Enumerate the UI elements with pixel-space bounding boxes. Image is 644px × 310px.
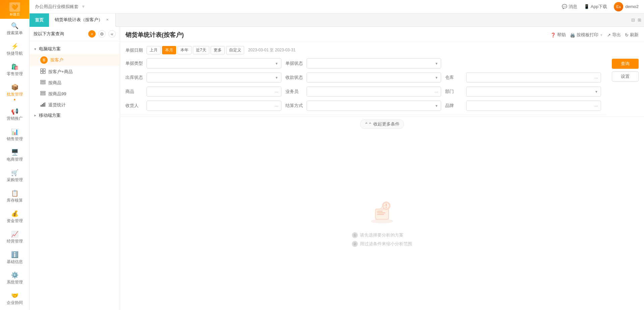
sidebar-item-purchase[interactable]: 🛒 采购管理 — [0, 166, 29, 186]
settings-button[interactable]: 设置 — [612, 71, 639, 82]
sidebar-item-label: 零售管理 — [7, 71, 23, 77]
tree-item-by-product-99[interactable]: 按商品99 — [30, 88, 120, 99]
more-btn[interactable]: 更多 — [211, 46, 225, 54]
warehouse-field: 仓库 ··· — [445, 72, 601, 83]
query-button[interactable]: 查询 — [612, 59, 639, 69]
product-99-icon — [40, 91, 46, 97]
collapse-bar: ⌃⌃ 收起更多条件 — [120, 116, 644, 132]
sidebar-item-ecommerce[interactable]: 🖥️ 电商管理 — [0, 145, 29, 166]
this-year-btn[interactable]: 本年 — [177, 46, 192, 54]
sidebar-item-sales[interactable]: 📊 销售管理 — [0, 125, 29, 145]
tree-arrow-icon: ▼ — [34, 47, 37, 51]
tree-item-by-product[interactable]: 按商品 — [30, 77, 120, 88]
tab-minimize-icon[interactable]: ⊟ — [631, 17, 635, 22]
empty-tip-1: ① 请先选择要分析的方案 — [352, 232, 412, 238]
sidebar-item-retail[interactable]: 🛍️ 零售管理 — [0, 60, 29, 80]
outbound-status-input[interactable]: ▼ — [147, 72, 281, 83]
app-download-button[interactable]: 📱 App下载 — [584, 4, 607, 10]
tab-maximize-icon[interactable]: ⊞ — [638, 17, 641, 22]
sidebar-item-system[interactable]: ⚙️ 系统管理 — [0, 268, 29, 289]
empty-state: ① 请先选择要分析的方案 ② 用过滤条件来缩小分析范围 — [120, 132, 644, 310]
basic-info-icon: ℹ️ — [11, 251, 18, 258]
outbound-chevron-icon: ▼ — [275, 76, 278, 80]
department-input[interactable]: ▼ — [466, 87, 601, 97]
app-name: 标题页 — [10, 12, 20, 16]
message-button[interactable]: 💬 消息 — [562, 4, 577, 10]
doc-type-field: 单据类型 ▼ — [125, 58, 281, 68]
sidebar-item-wholesale[interactable]: 📦 批发管理 ▲ — [0, 80, 29, 104]
avatar-initials: Ea — [616, 5, 621, 9]
sales-icon: 📊 — [11, 128, 18, 136]
last-month-btn[interactable]: 上月 — [147, 46, 161, 54]
sidebar-item-basic-info[interactable]: ℹ️ 基础信息 — [0, 248, 29, 268]
doc-type-input[interactable]: ▼ — [147, 58, 281, 68]
avatar: Ea — [614, 2, 623, 11]
tab-close-icon[interactable]: ✕ — [105, 17, 110, 22]
warehouse-dots-icon: ··· — [594, 75, 598, 80]
breadcrumb-text: 办公用品行业模拟账套 — [35, 4, 78, 10]
brand-input[interactable]: ··· — [466, 101, 601, 111]
empty-tip-2: ② 用过滤条件来缩小分析范围 — [352, 241, 412, 247]
sidebar: 🧡 标题页 🔍 搜索菜单 ⚡ 快捷导航 🛍️ 零售管理 📦 批发管理 ▲ 📢 营… — [0, 0, 30, 310]
collapse-panel-button[interactable]: « — [108, 30, 116, 38]
sidebar-item-marketing[interactable]: 📢 营销推广 — [0, 104, 29, 125]
tree-item-by-customer[interactable]: 客 按客户 — [30, 54, 120, 66]
sidebar-item-inventory[interactable]: 📋 库存核算 — [0, 186, 29, 207]
sidebar-item-enterprise[interactable]: 🤝 企业协同 — [0, 289, 29, 309]
tree-item-by-product-label: 按商品 — [48, 80, 61, 86]
last-7days-btn[interactable]: 近7天 — [193, 46, 209, 54]
tree-item-by-customer-product[interactable]: 按客户+商品 — [30, 66, 120, 77]
svg-rect-3 — [43, 71, 45, 73]
left-panel: 按以下方案查询 + ⚙ « ▼ 电脑端方案 客 按客户 — [30, 27, 120, 310]
customer-icon-circle: 客 — [40, 56, 48, 64]
print-button[interactable]: 🖨️ 按模板打印 ▼ — [570, 32, 603, 38]
settlement-label: 结算方式 — [285, 103, 304, 109]
customer-product-icon — [40, 68, 46, 75]
salesperson-input[interactable]: ··· — [307, 87, 441, 97]
sidebar-item-search[interactable]: 🔍 搜索菜单 — [0, 19, 29, 39]
filter-row-3: 出库状态 ▼ 收款状态 ▼ — [125, 72, 601, 83]
product-input[interactable]: ··· — [147, 87, 281, 97]
outbound-status-label: 出库状态 — [125, 74, 144, 81]
collapse-more-button[interactable]: ⌃⌃ 收起更多条件 — [360, 119, 404, 129]
settlement-field: 结算方式 ▼ — [285, 101, 441, 111]
export-button[interactable]: ↗ 导出 — [607, 32, 621, 38]
help-button[interactable]: ❓ 帮助 — [550, 32, 566, 38]
search-menu-icon: 🔍 — [11, 22, 18, 30]
doc-status-input[interactable]: ▼ — [307, 58, 441, 68]
sidebar-item-operations[interactable]: 📈 经营管理 — [0, 227, 29, 248]
svg-rect-13 — [45, 102, 45, 107]
sidebar-item-quick-nav[interactable]: ⚡ 快捷导航 — [0, 39, 29, 60]
tree-item-by-customer-product-label: 按客户+商品 — [48, 69, 73, 75]
tab-sales-stat[interactable]: 销货单统计表（按客户） ✕ — [49, 13, 116, 27]
tree-section-mobile-header[interactable]: ▼ 移动端方案 — [30, 110, 120, 120]
refresh-button[interactable]: ↻ 刷新 — [625, 32, 639, 38]
settings-scheme-button[interactable]: ⚙ — [98, 30, 106, 38]
custom-btn[interactable]: 自定义 — [226, 46, 244, 54]
receiver-input[interactable]: ··· — [147, 101, 281, 111]
sidebar-item-finance[interactable]: 💰 资金管理 — [0, 207, 29, 227]
this-month-btn[interactable]: 本月 — [162, 46, 176, 54]
add-scheme-button[interactable]: + — [88, 30, 96, 38]
tab-home[interactable]: 首页 — [30, 13, 49, 27]
collection-status-input[interactable]: ▼ — [307, 72, 441, 83]
svg-rect-8 — [41, 93, 45, 94]
tab-home-label: 首页 — [35, 17, 44, 23]
tip-num-1: ① — [352, 232, 358, 238]
brand-label: 品牌 — [445, 103, 464, 109]
quick-nav-icon: ⚡ — [11, 43, 18, 50]
tip-num-2: ② — [352, 241, 358, 247]
tree-item-return-stat[interactable]: 退货统计 — [30, 99, 120, 110]
warehouse-input[interactable]: ··· — [466, 72, 601, 83]
app-download-label: App下载 — [591, 4, 607, 10]
settlement-input[interactable]: ▼ — [307, 101, 441, 111]
sidebar-item-label: 库存核算 — [7, 198, 23, 203]
help-icon: ❓ — [550, 33, 556, 38]
svg-rect-19 — [377, 214, 384, 215]
tree-section-pc-header[interactable]: ▼ 电脑端方案 — [30, 44, 120, 54]
logo-icon: 🧡 — [9, 2, 20, 12]
product-label: 商品 — [125, 89, 144, 95]
sidebar-item-label: 批发管理 — [7, 92, 23, 97]
user-profile[interactable]: Ea demo2 — [614, 2, 639, 11]
breadcrumb-chevron-icon: ▼ — [81, 4, 86, 9]
